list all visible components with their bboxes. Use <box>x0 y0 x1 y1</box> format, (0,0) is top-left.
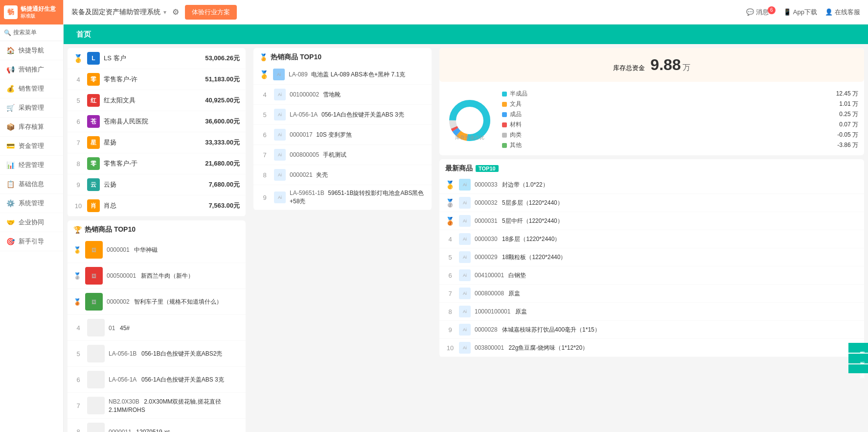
float-btn-community[interactable]: 服务社区 <box>848 354 868 363</box>
list-item: 5 LA-056-1B 056-1B白色按键开关底ABS2壳 <box>68 341 246 367</box>
list-item: 🥇 Ai LA-089 电池盖 LA-089 ABS本色+黑种 7.1克 <box>253 65 432 85</box>
product-thumbnail: 🖼 <box>85 293 103 311</box>
page-body: 🥇 L LS 客户 53,006.26元 4 零 零售客户-许 51,183.0… <box>64 44 868 432</box>
logo-text: 畅捷通好生意 标准版 <box>21 5 56 20</box>
rank-number: 5 <box>445 254 455 261</box>
guide-icon: 🎯 <box>6 237 15 246</box>
rank-number: 10 <box>73 202 83 210</box>
sidebar-item-corp[interactable]: 🤝 企业协同 <box>0 213 63 232</box>
settings-icon[interactable]: ⚙ <box>172 7 179 17</box>
legend-item: 材料 0.07 万 <box>502 120 858 129</box>
rank-number: 8 <box>73 428 83 432</box>
rank-number: 8 <box>73 160 83 168</box>
right-panel: 库存总资金 9.88 万 <box>435 44 868 432</box>
legend-color <box>502 122 507 127</box>
legend-color <box>502 92 507 96</box>
float-buttons: 客服热线 服务社区 直播 <box>848 343 868 373</box>
table-row: 🥇 L LS 客户 53,006.26元 <box>68 48 246 69</box>
rank-number: 5 <box>73 350 83 358</box>
product-info: 0000017 10S 变刹罗煞 <box>290 131 426 139</box>
product-info: LA-056-1A 056-1A白色按键开关盖ABS 3壳 <box>290 111 426 119</box>
product-thumbnail: Ai <box>274 109 286 120</box>
product-thumbnail: Ai <box>274 149 286 161</box>
online-service-button[interactable]: 👤 在线客服 <box>825 8 860 17</box>
sidebar-item-system[interactable]: ⚙️ 系统管理 <box>0 194 63 213</box>
sidebar-item-base[interactable]: 📋 基础信息 <box>0 175 63 194</box>
message-icon: 💬 <box>746 8 754 16</box>
list-item: 🥉 Ai 0000031 5层中纤（1220*2440） <box>439 212 864 230</box>
legend-item: 其他 -3.86 万 <box>502 141 858 149</box>
list-item: 10 Ai 003800001 22g鱼豆腐-烧烤味（1*12*20） <box>439 339 864 357</box>
sidebar-item-inventory[interactable]: 📦 库存核算 <box>0 118 63 137</box>
list-item: 4 01 45# <box>68 315 246 341</box>
new-products-card: 最新商品 TOP10 🥇 Ai 0000033 封边带（1.0*22） 🥈 Ai… <box>439 159 864 357</box>
list-item: 7 NB2.0X30B 2.0X30MM双搓花轴,搓花直径2.1MM/ROHS <box>68 393 246 419</box>
float-btn-live[interactable]: 直播 <box>848 364 868 373</box>
sidebar-item-guide[interactable]: 🎯 新手引导 <box>0 232 63 251</box>
legend-item: 半成品 12.45 万 <box>502 90 858 98</box>
donut-chart: 库存资金占比 <box>445 96 494 145</box>
product-info: 000800005 手机测试 <box>290 151 426 159</box>
rank-icon: 🥉 <box>445 216 455 226</box>
table-row: 8 零 零售客户-于 21,680.00元 <box>68 153 246 174</box>
product-info: NB2.0X30B 2.0X30MM双搓花轴,搓花直径2.1MM/ROHS <box>109 398 240 413</box>
search-icon: 🔍 <box>4 29 11 36</box>
rank-number: 🥇 <box>73 54 83 63</box>
sidebar-item-finance[interactable]: 💳 资金管理 <box>0 137 63 156</box>
search-menu[interactable]: 🔍 搜索菜单 <box>0 24 63 41</box>
rank-icon: 🥉 <box>73 298 81 306</box>
rank-number: 8 <box>445 308 455 315</box>
marketing-icon: 📢 <box>6 65 15 74</box>
product-thumbnail: 🖼 <box>85 241 103 259</box>
list-item: 7 Ai 000800005 手机测试 <box>253 145 432 165</box>
message-button[interactable]: 💬 消息 6 <box>746 8 776 17</box>
product-thumbnail: Ai <box>459 179 471 191</box>
sidebar-item-marketing[interactable]: 📢 营销推广 <box>0 60 63 79</box>
sidebar-item-operation[interactable]: 📊 经营管理 <box>0 156 63 175</box>
avatar: 肖 <box>87 199 100 212</box>
message-badge: 6 <box>768 6 776 14</box>
float-btn-service[interactable]: 客服热线 <box>848 343 868 353</box>
rank-number: 8 <box>259 171 270 179</box>
rank-number: 7 <box>73 402 83 409</box>
page-header: 首页 <box>64 24 868 44</box>
rank-icon: 🥈 <box>73 272 81 280</box>
base-icon: 📋 <box>6 180 15 189</box>
experience-button[interactable]: 体验行业方案 <box>185 5 237 20</box>
inventory-unit: 万 <box>683 63 690 72</box>
inventory-icon: 📦 <box>6 122 15 131</box>
sidebar-item-home[interactable]: 🏠 快捷导航 <box>0 41 63 60</box>
rank-icon: 🥇 <box>73 246 81 254</box>
list-item: 9 Ai LA-59651-1B 59651-1B旋转投影灯电池盒ABS黑色+5… <box>253 185 432 210</box>
list-item: 8 Ai 10000100001 原盅 <box>439 303 864 321</box>
product-thumbnail: Ai <box>459 215 471 227</box>
list-item: 5 Ai LA-056-1A 056-1A白色按键开关盖ABS 3壳 <box>253 105 432 125</box>
product-thumbnail: Ai <box>459 306 471 317</box>
product-info: 000500001 新西兰牛肉（新牛） <box>107 272 240 280</box>
main-content: 装备及固定资产辅助管理系统 ▾ ⚙ 体验行业方案 💬 消息 6 📱 App下载 … <box>64 0 868 432</box>
middle-hot-products-card: 🏅 热销商品 TOP10 🥇 Ai LA-089 电池盖 LA-089 ABS本… <box>253 48 432 210</box>
sidebar-item-purchase[interactable]: 🛒 采购管理 <box>0 98 63 118</box>
product-thumbnail <box>87 397 105 414</box>
list-item: 9 Ai 0000028 体城嘉枝味苏打饮品400毫升（1*15） <box>439 321 864 339</box>
app-download-button[interactable]: 📱 App下载 <box>783 8 817 17</box>
avatar: 零 <box>87 73 100 86</box>
rank-number: 9 <box>259 194 270 201</box>
page-title: 首页 <box>71 30 96 39</box>
middle-panel: 🏅 热销商品 TOP10 🥇 Ai LA-089 电池盖 LA-089 ABS本… <box>250 44 435 432</box>
sidebar-logo: 畅 畅捷通好生意 标准版 <box>0 0 63 24</box>
system-dropdown-arrow[interactable]: ▾ <box>163 9 166 16</box>
top10-badge: TOP10 <box>476 165 499 172</box>
inventory-value: 9.88 <box>650 56 681 73</box>
logo-icon: 畅 <box>4 5 18 19</box>
rank-number: 6 <box>73 376 83 384</box>
rank-number: 4 <box>73 324 83 332</box>
product-thumbnail: Ai <box>459 324 471 336</box>
hot-products-title: 🏆 热销商品 TOP10 <box>68 220 246 237</box>
list-item: 🥈 Ai 0000032 5层多层（1220*2440） <box>439 194 864 212</box>
avatar: 零 <box>87 157 100 170</box>
rank-number: 5 <box>73 97 83 104</box>
sidebar-item-sales[interactable]: 💰 销售管理 <box>0 79 63 98</box>
product-info: 0000002 智利车子里（规格不知道填什么） <box>107 298 240 306</box>
table-row: 9 云 云扬 7,680.00元 <box>68 174 246 195</box>
